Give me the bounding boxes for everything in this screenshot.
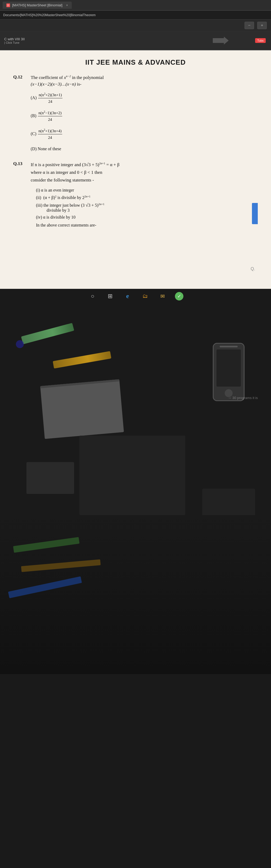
dark-block-1 xyxy=(79,436,185,515)
q12-option-b-denominator: 24 xyxy=(48,116,53,123)
q12-option-c-numerator: n(n2+1)(3n+4) xyxy=(38,127,62,134)
content-area: IIT JEE MAINS & ADVANCED Q.12 The coeffi… xyxy=(0,50,271,289)
q13-side-badge xyxy=(252,203,258,224)
q13-stmt-ii: (ii) (α + β)2 is divisible by 22n+1 xyxy=(36,195,258,200)
address-bar: Documents/[MATHS]%20%20MasterSheet%20[Bi… xyxy=(0,10,271,20)
dark-block-2 xyxy=(27,462,74,494)
lower-gradient xyxy=(0,515,271,674)
maximize-button[interactable]: + xyxy=(257,22,267,29)
q12-options: (A) n(n2+2)(3n+1) 24 (B) n(n2−1)(3n+2) 2… xyxy=(31,91,258,152)
header-logo: C with VIII 3II | Click Tune xyxy=(4,37,25,44)
q12-option-d: (D) None of these xyxy=(31,146,258,152)
q12-option-a-label: (A) xyxy=(31,95,36,100)
q12-option-a-numerator: n(n2+2)(3n+1) xyxy=(38,91,62,98)
book-decoration xyxy=(40,379,124,439)
taskbar-mail-icon[interactable]: ✉ xyxy=(158,291,168,301)
question-12-block: Q.12 The coefficient of xn−2 in the poly… xyxy=(13,74,258,152)
q13-stmt-i: (i) α is an even integer xyxy=(36,188,258,193)
tab-close-button[interactable]: × xyxy=(66,3,68,7)
pen-2-decoration xyxy=(53,351,111,369)
q12-option-c: (C) n(n2+1)(3n+4) 24 xyxy=(31,127,258,141)
phone-screen xyxy=(216,349,241,386)
header-banner: C with VIII 3II | Click Tune Tubs xyxy=(0,31,271,50)
q12-option-c-fraction: n(n2+1)(3n+4) 24 xyxy=(38,127,62,141)
q12-option-b-fraction: n(n2−1)(3n+2) 24 xyxy=(38,110,62,123)
pen-1-decoration xyxy=(21,323,74,344)
q12-option-d-label: (D) xyxy=(31,147,36,151)
header-line2: | Click Tune xyxy=(4,41,25,44)
q13-stmt-iv: (iv) α is divisible by 10 xyxy=(36,215,258,220)
q12-option-c-denominator: 24 xyxy=(48,134,53,141)
window-controls: − + xyxy=(0,20,271,31)
q12-option-a-fraction: n(n2+2)(3n+1) 24 xyxy=(38,91,62,105)
q12-option-a-denominator: 24 xyxy=(48,98,53,105)
phone-speaker xyxy=(219,346,238,347)
q12-option-b-label: (B) xyxy=(31,113,36,118)
header-badge: Tubs xyxy=(255,38,266,43)
taskbar-check-icon[interactable]: ✓ xyxy=(175,292,183,301)
phone-decoration xyxy=(213,343,244,401)
q12-option-b-numerator: n(n2−1)(3n+2) xyxy=(38,110,62,116)
question-12-row: Q.12 The coefficient of xn−2 in the poly… xyxy=(13,74,258,88)
question-13-row: Q.13 If n is a positive integer and (3√3… xyxy=(13,161,258,184)
tab-favicon: D xyxy=(6,3,10,7)
taskbar-files-icon[interactable]: 🗂 xyxy=(140,291,150,301)
q12-text: The coefficient of xn−2 in the polynomia… xyxy=(31,74,258,88)
book-spine xyxy=(40,379,120,388)
taskbar: ○ ⊞ e 🗂 ✉ ✓ xyxy=(0,289,271,303)
taskbar-circle-icon[interactable]: ○ xyxy=(88,291,98,301)
q12-number: Q.12 xyxy=(13,74,27,88)
q12-option-b: (B) n(n2−1)(3n+2) 24 xyxy=(31,110,258,123)
q12-option-d-text: None of these xyxy=(38,147,61,151)
blue-cap-decoration xyxy=(16,340,24,348)
q13-statements: (i) α is an even integer (ii) (α + β)2 i… xyxy=(31,188,258,227)
q13-stmt-iii: (iii) the integer just below (3 √3 + 5)2… xyxy=(36,202,258,213)
header-line1: C with VIII 3II xyxy=(4,37,25,41)
q13-text: If n is a positive integer and (3√3 + 5)… xyxy=(31,161,120,184)
minimize-button[interactable]: − xyxy=(244,22,254,29)
page-heading: IIT JEE MAINS & ADVANCED xyxy=(13,58,258,66)
q13-side-q-label: Q. xyxy=(250,267,255,271)
q12-variable: xn−2 xyxy=(64,75,71,80)
q13-then: then xyxy=(95,170,102,175)
tab-title: [MATHS] MasterSheet [Binomial] xyxy=(12,3,63,7)
q13-number: Q.13 xyxy=(13,161,27,184)
header-arrow-icon xyxy=(213,37,229,44)
q12-exponent: n−2 xyxy=(66,74,71,78)
taskbar-grid-icon[interactable]: ⊞ xyxy=(105,291,115,301)
address-text: Documents/[MATHS]%20%20MasterSheet%20[Bi… xyxy=(3,13,96,17)
q13-conclusion: In the above correct statements are- xyxy=(36,223,258,227)
q12-polynomial: (x−1)(x−2)(x−3)…(x−n) xyxy=(31,82,76,87)
q12-option-c-label: (C) xyxy=(31,131,36,136)
q12-option-a: (A) n(n2+2)(3n+1) 24 xyxy=(31,91,258,105)
question-13-block: Q.13 If n is a positive integer and (3√3… xyxy=(13,161,258,227)
lower-decorative-objects: → 30 programs it is xyxy=(0,303,271,674)
browser-chrome: D [MATHS] MasterSheet [Binomial] × xyxy=(0,0,271,10)
taskbar-edge-icon[interactable]: e xyxy=(123,291,133,301)
lower-text-overlay: → 30 programs it is xyxy=(228,396,258,400)
browser-tab[interactable]: D [MATHS] MasterSheet [Binomial] × xyxy=(3,2,72,9)
lower-area: → 30 programs it is xyxy=(0,303,271,674)
